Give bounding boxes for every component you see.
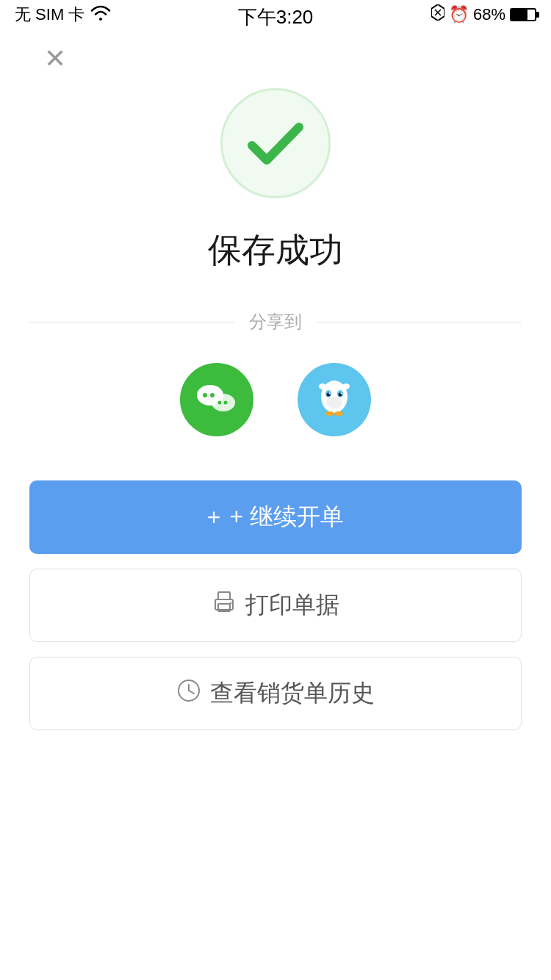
actions: + + 继续开单 打印单据 查看销货单: [0, 480, 551, 730]
continue-label: + 继续开单: [230, 501, 345, 533]
svg-point-9: [329, 392, 331, 394]
continue-button[interactable]: + + 继续开单: [29, 480, 522, 554]
svg-point-4: [218, 401, 222, 405]
success-title: 保存成功: [208, 228, 343, 273]
svg-point-15: [325, 411, 334, 416]
history-label: 查看销货单历史: [210, 677, 375, 710]
close-button[interactable]: ✕: [37, 40, 73, 77]
qq-icon: [312, 376, 356, 424]
status-right: ⏰ 68%: [431, 4, 536, 25]
battery-label: 68%: [473, 5, 505, 24]
wifi-icon: [90, 4, 111, 25]
alarm-icon: ⏰: [449, 5, 469, 24]
svg-point-1: [203, 393, 207, 397]
share-section: 分享到: [0, 310, 551, 436]
qq-button[interactable]: [298, 363, 371, 436]
history-button[interactable]: 查看销货单历史: [29, 657, 522, 730]
status-time: 下午3:20: [238, 4, 314, 30]
svg-point-18: [342, 383, 350, 389]
divider-left: [29, 322, 234, 323]
svg-point-22: [230, 602, 232, 605]
svg-rect-20: [218, 592, 230, 599]
success-circle: [220, 88, 331, 198]
sim-status: 无 SIM 卡: [15, 4, 84, 26]
print-button[interactable]: 打印单据: [29, 569, 522, 642]
share-icons: [180, 363, 371, 436]
printer-icon: [212, 591, 237, 620]
svg-point-17: [319, 383, 326, 389]
main-content: 保存成功 分享到: [0, 29, 551, 730]
share-divider: 分享到: [0, 310, 551, 334]
print-label: 打印单据: [245, 589, 339, 621]
checkmark-icon: [246, 120, 305, 167]
plus-icon: +: [207, 504, 221, 531]
svg-point-12: [341, 392, 342, 394]
status-left: 无 SIM 卡: [15, 4, 111, 26]
clock-icon: [176, 678, 201, 709]
wechat-icon: [194, 381, 240, 419]
svg-point-14: [326, 397, 342, 408]
share-label: 分享到: [234, 310, 317, 334]
wechat-button[interactable]: [180, 363, 253, 436]
status-bar: 无 SIM 卡 下午3:20 ⏰ 68%: [0, 0, 551, 29]
svg-point-16: [334, 411, 343, 416]
svg-point-2: [210, 393, 215, 397]
divider-right: [317, 322, 522, 323]
svg-point-5: [224, 401, 228, 405]
battery-icon: [510, 8, 536, 21]
location-icon: [431, 4, 444, 25]
close-icon: ✕: [44, 46, 66, 72]
svg-line-25: [189, 691, 194, 693]
svg-point-3: [212, 394, 235, 411]
